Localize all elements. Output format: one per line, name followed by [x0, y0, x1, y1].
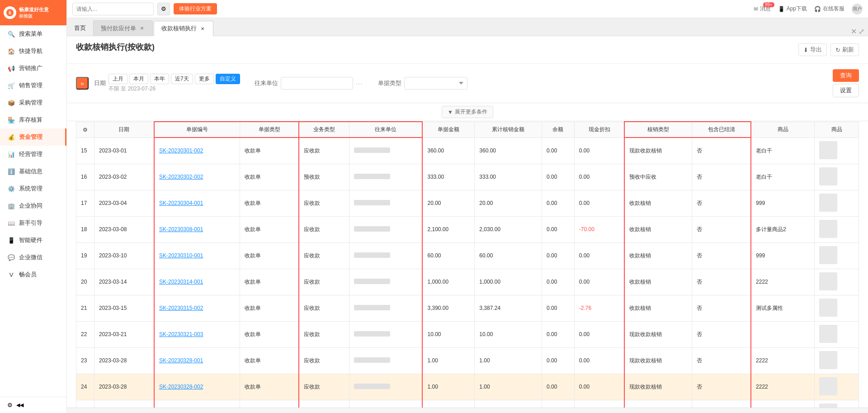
cell-doc-no[interactable]: SK-20230304-001 [154, 190, 240, 216]
topbar-gear-button[interactable]: ⚙ [157, 3, 170, 15]
app-download-button[interactable]: 📱 App下载 [778, 5, 807, 13]
cell-cash-discount: 0.00 [574, 138, 624, 164]
counterparty-input[interactable] [281, 77, 353, 90]
date-label: 日期 [94, 79, 106, 87]
cell-accumulated: 333.00 [475, 164, 542, 190]
table-area[interactable]: ⚙ 日期 单据编号 单据类型 业务类型 往来单位 单据金额 累计核销金额 余额 … [67, 121, 868, 408]
cell-index: 17 [76, 190, 94, 216]
sidebar-item-inventory[interactable]: 🏪 库存核算 [0, 111, 66, 128]
tab-prepayment[interactable]: 预付款应付单 ✕ [93, 20, 153, 36]
cart-icon: 🛒 [7, 81, 15, 90]
cell-doc-no[interactable]: SK-20230308-001 [154, 216, 240, 242]
solution-button[interactable]: 体验行业方案 [174, 3, 217, 14]
cell-doc-no[interactable]: SK-20230302-002 [154, 164, 240, 190]
date-more[interactable]: 更多 [195, 74, 214, 84]
cell-doc-no[interactable]: SK-20230328-001 [154, 347, 240, 374]
date-last-month[interactable]: 上月 [108, 74, 127, 84]
cell-include-cleared: 否 [692, 164, 751, 190]
cell-balance: 0.00 [542, 216, 574, 242]
cell-balance: 0.00 [542, 400, 574, 408]
tab-prepayment-close[interactable]: ✕ [139, 25, 145, 32]
cell-include-cleared: 否 [692, 374, 751, 400]
export-button[interactable]: ⬇ 导出 [798, 43, 827, 56]
filter-counterparty-group: 往来单位 ··· [255, 77, 363, 90]
cell-cash-discount: 0.00 [574, 269, 624, 295]
date-custom[interactable]: 自定义 [216, 74, 240, 84]
cell-doc-no[interactable]: SK-20230315-002 [154, 295, 240, 321]
cell-doc-no[interactable]: SK-20230321-003 [154, 321, 240, 347]
cell-amount: 333.00 [422, 164, 474, 190]
settings-filter-button[interactable]: 设置 [833, 84, 859, 97]
tab-home[interactable]: 首页 [67, 20, 93, 36]
sidebar-item-operations[interactable]: 📊 经营管理 [0, 146, 66, 163]
filter-toggle-button[interactable]: » [76, 77, 89, 90]
cell-doc-no[interactable]: SK-20230331-002 [154, 400, 240, 408]
date-quick-buttons: 上月 本月 本年 近7天 更多 自定义 [108, 74, 240, 84]
expand-conditions-button[interactable]: ▼ 展开更多条件 [442, 106, 493, 118]
cell-doc-type: 收款单 [240, 347, 299, 374]
tab-fullscreen[interactable]: ⤢ [859, 27, 864, 36]
cell-index: 20 [76, 269, 94, 295]
sidebar-item-wechat[interactable]: 💬 企业微信 [0, 249, 66, 266]
receipt-type-select[interactable]: 收款单 [404, 77, 467, 90]
online-service-button[interactable]: 🎧 在线客服 [814, 5, 844, 13]
sidebar-item-member[interactable]: V 畅会员 [0, 266, 66, 283]
date-7days[interactable]: 近7天 [171, 74, 193, 84]
cell-cash-discount: 0.00 [574, 321, 624, 347]
counterparty-dots[interactable]: ··· [356, 80, 363, 87]
cell-cash-discount: 0.00 [574, 164, 624, 190]
sidebar-item-system[interactable]: ⚙️ 系统管理 [0, 180, 66, 197]
cell-cash-discount: 0.00 [574, 190, 624, 216]
cell-doc-type: 收款单 [240, 138, 299, 164]
refresh-button[interactable]: ↻ 刷新 [830, 43, 859, 56]
cell-balance: 0.00 [542, 374, 574, 400]
query-button[interactable]: 查询 [833, 69, 859, 82]
cell-product2 [815, 138, 859, 164]
tab-close-all[interactable]: ✕ [851, 27, 857, 36]
sidebar-item-search[interactable]: 🔍 搜索菜单 [0, 25, 66, 43]
cell-cash-discount: 0.00 [574, 400, 624, 408]
cell-product2 [815, 400, 859, 408]
sidebar-collapse-icon[interactable]: ◀◀ [16, 402, 24, 408]
sidebar-item-hardware[interactable]: 📱 智能硬件 [0, 232, 66, 249]
cell-product: 测试多属性 [751, 295, 815, 321]
expand-conditions-row: ▼ 展开更多条件 [67, 103, 868, 121]
cell-doc-no[interactable]: SK-20230328-002 [154, 374, 240, 400]
sidebar-item-enterprise[interactable]: 🏢 企业协同 [0, 197, 66, 214]
sidebar-item-quick-nav[interactable]: 🏠 快捷导航 [0, 43, 66, 60]
cell-balance: 0.00 [542, 269, 574, 295]
date-this-year[interactable]: 本年 [150, 74, 169, 84]
sidebar-item-basics[interactable]: ℹ️ 基础信息 [0, 163, 66, 180]
cell-include-cleared: 否 [692, 269, 751, 295]
filter-area: » 日期 上月 本月 本年 近7天 更多 自定义 不限 至 2023-07-26 [67, 64, 868, 103]
cell-product: 多计量商品2 [751, 216, 815, 242]
cell-product: 2222 [751, 269, 815, 295]
cell-date: 2023-03-04 [94, 190, 154, 216]
col-header-settings[interactable]: ⚙ [76, 122, 94, 138]
topbar-search-input[interactable] [72, 3, 154, 15]
horizontal-scrollbar[interactable] [67, 408, 868, 413]
sidebar-item-guide[interactable]: 📖 新手引导 [0, 214, 66, 232]
cell-doc-no[interactable]: SK-20230310-001 [154, 242, 240, 269]
user-avatar[interactable]: 用户 [852, 4, 863, 14]
cell-date: 2023-03-28 [94, 374, 154, 400]
col-header-biz-type: 业务类型 [299, 122, 349, 138]
date-this-month[interactable]: 本月 [129, 74, 148, 84]
logo-icon: 6 [4, 6, 16, 19]
sidebar-item-purchase[interactable]: 📦 采购管理 [0, 94, 66, 111]
sidebar-item-finance[interactable]: 💰 资金管理 [0, 128, 66, 146]
cell-include-cleared: 否 [692, 190, 751, 216]
cell-doc-no[interactable]: SK-20230314-001 [154, 269, 240, 295]
tab-collection[interactable]: 收款核销执行 ✕ [154, 21, 213, 36]
tab-collection-close[interactable]: ✕ [199, 25, 206, 32]
sidebar-settings-icon[interactable]: ⚙ [7, 402, 13, 408]
sidebar-item-marketing[interactable]: 📢 营销推广 [0, 60, 66, 77]
cell-product2 [815, 295, 859, 321]
filter-receipt-type-group: 单据类型 收款单 [378, 77, 467, 90]
cell-product2 [815, 216, 859, 242]
message-button[interactable]: ✉ 消息 99+ [754, 5, 771, 13]
table-row: 18 2023-03-08 SK-20230308-001 收款单 应收款 2,… [76, 216, 859, 242]
chart-icon: 📊 [7, 150, 15, 158]
cell-doc-no[interactable]: SK-20230301-002 [154, 138, 240, 164]
sidebar-item-sales[interactable]: 🛒 销售管理 [0, 77, 66, 94]
